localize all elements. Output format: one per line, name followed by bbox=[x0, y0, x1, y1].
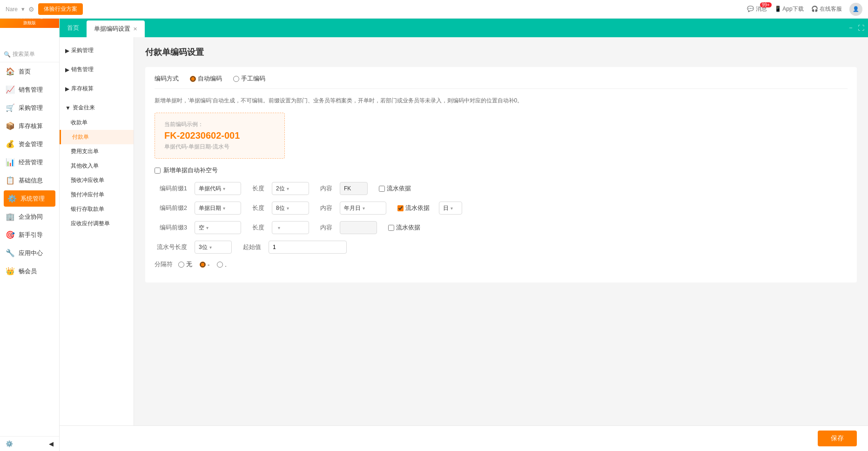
sidebar-item-system[interactable]: ⚙️ 系统管理 bbox=[4, 190, 55, 207]
page-title: 付款单编码设置 bbox=[145, 47, 857, 58]
dropdown-arrow-icon[interactable]: ▾ bbox=[21, 6, 25, 13]
sep-dot-radio[interactable]: . bbox=[217, 261, 227, 268]
sidebar-nav: 🏠 首页 📈 销售管理 🛒 采购管理 📦 库存核算 💰 资金管理 📊 经营管理 … bbox=[0, 62, 59, 436]
sep-dash-input[interactable] bbox=[200, 262, 206, 268]
manual-encode-input[interactable] bbox=[233, 76, 239, 82]
prefix-3-serial-checkbox[interactable] bbox=[388, 225, 394, 231]
system-icon: ⚙️ bbox=[7, 194, 17, 203]
sec-child-receipt[interactable]: 收款单 bbox=[60, 115, 134, 130]
start-value-input[interactable] bbox=[269, 241, 347, 254]
sidebar-item-newbie[interactable]: 🎯 新手引导 bbox=[0, 226, 59, 244]
sidebar: 🍊 畅捷通好生意 旗舰版 🔍 搜索菜单 🏠 首页 📈 销售管理 🛒 采购管理 📦… bbox=[0, 0, 60, 451]
sec-parent-sales[interactable]: ▶ 销售管理 bbox=[60, 62, 134, 77]
tab-home[interactable]: 首页 bbox=[60, 19, 87, 37]
prefix-2-serial-wrap: 流水依据 bbox=[397, 204, 430, 212]
sidebar-item-home[interactable]: 🏠 首页 bbox=[0, 62, 59, 81]
prefix-2-day-select[interactable]: 日 ▾ bbox=[439, 202, 462, 215]
settings-card: 编码方式 自动编码 手工编码 新增单据时，'单据编码'自动生成，不可编辑。前缀设… bbox=[145, 67, 857, 283]
manual-encode-radio[interactable]: 手工编码 bbox=[233, 74, 265, 83]
sales-icon: 📈 bbox=[6, 85, 15, 94]
sec-group-sales: ▶ 销售管理 bbox=[60, 60, 134, 79]
app-download[interactable]: 📱 App下载 bbox=[774, 5, 804, 13]
sec-child-other-income[interactable]: 其他收入单 bbox=[60, 159, 134, 173]
basic-icon: 📋 bbox=[6, 176, 15, 185]
sidebar-item-enterprise[interactable]: 🏢 企业协同 bbox=[0, 208, 59, 226]
prefix-3-length-select[interactable]: ▾ bbox=[272, 221, 309, 234]
message-icon: 💬 bbox=[747, 6, 754, 12]
bottom-bar: 保存 bbox=[60, 425, 868, 451]
sep-none-input[interactable] bbox=[178, 262, 184, 268]
tab-close-icon[interactable]: ✕ bbox=[133, 26, 137, 32]
sidebar-bottom: ⚙️ ◀ bbox=[0, 436, 59, 451]
prefix-2-label: 编码前缀2 bbox=[155, 204, 187, 212]
online-service[interactable]: 🎧 在线客服 bbox=[811, 5, 842, 13]
save-button[interactable]: 保存 bbox=[818, 431, 857, 446]
settings-icon[interactable]: ⚙ bbox=[28, 6, 34, 13]
sec-child-prepay-payable[interactable]: 预付冲应付单 bbox=[60, 188, 134, 202]
sec-child-payment[interactable]: 付款单 bbox=[60, 130, 134, 144]
maximize-icon[interactable]: ⛶ bbox=[858, 24, 864, 32]
sidebar-item-basic[interactable]: 📋 基础信息 bbox=[0, 171, 59, 189]
sec-child-bank-deposit[interactable]: 银行存取款单 bbox=[60, 202, 134, 216]
top-bar-right: 💬 消息 99+ 📱 App下载 🎧 在线客服 👤 bbox=[747, 3, 862, 16]
tab-bar: 首页 单据编码设置 ✕ － ⛶ bbox=[60, 19, 868, 37]
prefix-1-label: 编码前缀1 bbox=[155, 184, 187, 193]
auto-encode-radio[interactable]: 自动编码 bbox=[190, 74, 222, 83]
prefix-2-content-label: 内容 bbox=[320, 204, 332, 212]
enterprise-icon: 🏢 bbox=[6, 212, 15, 221]
sidebar-item-member[interactable]: 👑 畅会员 bbox=[0, 262, 59, 280]
sec-child-expense[interactable]: 费用支出单 bbox=[60, 144, 134, 159]
prefix-2-length-label: 长度 bbox=[252, 204, 264, 212]
user-avatar[interactable]: 👤 bbox=[849, 3, 862, 16]
trial-btn[interactable]: 体验行业方案 bbox=[38, 3, 83, 15]
member-icon: 👑 bbox=[6, 267, 15, 276]
sec-child-ar-ap-adjust[interactable]: 应收应付调整单 bbox=[60, 216, 134, 231]
sec-parent-inventory[interactable]: ▶ 库存核算 bbox=[60, 81, 134, 96]
chevron-sales-icon: ▶ bbox=[65, 67, 69, 73]
sep-dash-radio[interactable]: - bbox=[200, 261, 209, 268]
download-icon: 📱 bbox=[774, 6, 781, 12]
prefix-1-length-select[interactable]: 2位 ▾ bbox=[272, 182, 309, 195]
sep-none-radio[interactable]: 无 bbox=[178, 260, 192, 269]
sidebar-collapse-icon[interactable]: ◀ bbox=[49, 440, 54, 447]
sidebar-item-finance[interactable]: 💰 资金管理 bbox=[0, 135, 59, 153]
info-text: 新增单据时，'单据编码'自动生成，不可编辑。前缀设置为部门、业务员等档案类，开单… bbox=[155, 96, 848, 105]
minimize-icon[interactable]: － bbox=[848, 24, 854, 32]
sidebar-item-inventory[interactable]: 📦 库存核算 bbox=[0, 117, 59, 135]
sidebar-item-sales[interactable]: 📈 销售管理 bbox=[0, 81, 59, 99]
sidebar-search[interactable]: 🔍 搜索菜单 bbox=[0, 47, 59, 62]
sidebar-item-operations[interactable]: 📊 经营管理 bbox=[0, 153, 59, 171]
prefix-2-select[interactable]: 单据日期 ▾ bbox=[195, 202, 241, 215]
main-content: 付款单编码设置 编码方式 自动编码 手工编码 新增单据时，'单据编码'自动生成，… bbox=[134, 37, 868, 425]
serial-row: 流水号长度 3位 ▾ 起始值 bbox=[155, 241, 848, 254]
prefix-1-select[interactable]: 单据代码 ▾ bbox=[195, 182, 241, 195]
sec-parent-finance[interactable]: ▼ 资金往来 bbox=[60, 100, 134, 115]
apps-icon: 🔧 bbox=[6, 249, 15, 257]
company-name: Nare bbox=[6, 6, 18, 13]
prefix-2-serial-checkbox[interactable] bbox=[397, 205, 404, 211]
prefix-2-content-chevron-icon: ▾ bbox=[363, 206, 365, 211]
tab-encode-setting[interactable]: 单据编码设置 ✕ bbox=[87, 20, 145, 37]
sec-child-prepay-receivable[interactable]: 预收冲应收单 bbox=[60, 173, 134, 188]
prefix-1-serial-checkbox[interactable] bbox=[379, 186, 385, 192]
auto-fill-checkbox[interactable] bbox=[155, 168, 161, 174]
auto-encode-input[interactable] bbox=[190, 76, 196, 82]
serial-length-select[interactable]: 3位 ▾ bbox=[195, 241, 232, 254]
prefix-1-serial-wrap: 流水依据 bbox=[379, 184, 411, 193]
sidebar-settings-icon[interactable]: ⚙️ bbox=[6, 440, 13, 447]
preview-label: 当前编码示例： bbox=[164, 121, 275, 128]
prefix-1-content-label: 内容 bbox=[320, 184, 332, 193]
prefix-2-length-select[interactable]: 8位 ▾ bbox=[272, 202, 309, 215]
prefix-3-select[interactable]: 空 ▾ bbox=[195, 221, 241, 234]
prefix-2-chevron-icon: ▾ bbox=[223, 206, 225, 211]
message-wrap[interactable]: 💬 消息 99+ bbox=[747, 5, 767, 13]
search-icon: 🔍 bbox=[4, 51, 11, 58]
content-area: ▶ 采购管理 ▶ 销售管理 ▶ 库存核算 ▼ 资金往来 bbox=[60, 37, 868, 425]
prefix-2-content-select[interactable]: 年月日 ▾ bbox=[340, 202, 386, 215]
sec-parent-purchase[interactable]: ▶ 采购管理 bbox=[60, 43, 134, 58]
sidebar-item-apps[interactable]: 🔧 应用中心 bbox=[0, 244, 59, 262]
prefix-2-length-chevron-icon: ▾ bbox=[287, 206, 289, 211]
sep-dot-input[interactable] bbox=[217, 262, 223, 268]
sidebar-item-purchase[interactable]: 🛒 采购管理 bbox=[0, 99, 59, 117]
operations-icon: 📊 bbox=[6, 158, 15, 167]
